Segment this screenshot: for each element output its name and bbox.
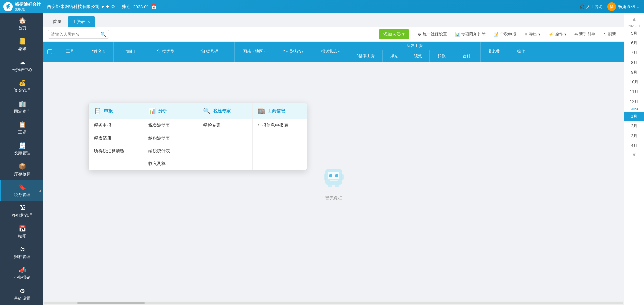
popup-item-tax-declare[interactable]: 税务申报 <box>89 119 143 132</box>
th-checkbox[interactable] <box>43 42 56 62</box>
add-company-icon[interactable]: + <box>106 4 109 10</box>
service-button[interactable]: 🎧 人工咨询 <box>580 4 602 10</box>
popup-item-tax-fluctuation[interactable]: 纳税波动表 <box>143 132 197 145</box>
popup-item-expert[interactable]: 税检专家 <box>198 119 252 132</box>
close-period-icon: 📅 <box>18 225 26 232</box>
search-input[interactable] <box>51 32 98 37</box>
search-box[interactable]: 🔍 <box>48 30 109 39</box>
tab-home[interactable]: 首页 <box>48 16 66 27</box>
analysis-header-label: 分析 <box>158 108 167 114</box>
th-deduction: 扣款 <box>430 50 453 62</box>
cal-month-8[interactable]: 8月 <box>624 58 644 68</box>
tab-close-icon[interactable]: ✕ <box>87 20 90 24</box>
sidebar-label-invoice: 发票管理 <box>14 150 30 156</box>
empty-text: 暂无数据 <box>325 195 342 201</box>
popup-item-tax-stats[interactable]: 纳税统计表 <box>143 145 197 157</box>
sidebar-item-funds[interactable]: 💰 资金管理 <box>0 76 43 97</box>
cal-nav-up[interactable]: ▲ <box>624 15 644 24</box>
sidebar-label-close: 结账 <box>18 233 26 239</box>
scrollbar-track[interactable] <box>44 302 623 304</box>
tax-declare-button[interactable]: 📝 个税申报 <box>491 30 519 38</box>
cal-nav-down[interactable]: ▼ <box>624 151 644 159</box>
settings-nav-icon: ⚙ <box>20 287 25 295</box>
popup-header-declare: 📋 申报 <box>89 103 143 119</box>
popup-header-biz: 🏬 工商信息 <box>253 103 307 119</box>
cal-month-5[interactable]: 5月 <box>624 29 644 38</box>
ledger-icon: 📒 <box>18 38 26 45</box>
empty-state: 暂无数据 <box>43 62 624 301</box>
cal-month-12[interactable]: 12月 <box>624 97 644 107</box>
cal-month-4[interactable]: 4月 <box>624 141 644 151</box>
user-menu[interactable]: 畅 畅捷通8组… <box>607 2 641 11</box>
add-btn-dropdown-icon: ▾ <box>402 32 405 37</box>
special-icon: 📊 <box>455 32 460 37</box>
company-name: 西安虾米网络科技有限公司 <box>47 4 100 10</box>
sidebar-item-marketing[interactable]: 📣 小畅报销 <box>0 263 43 284</box>
th-allowance: 津贴 <box>383 50 406 62</box>
select-all-checkbox[interactable] <box>47 49 52 54</box>
sidebar-item-settings[interactable]: ⚙ 基础设置 <box>0 284 43 305</box>
h-scrollbar[interactable] <box>43 301 624 305</box>
sidebar-item-ledger[interactable]: 📒 总账 <box>0 34 43 55</box>
period-value: 2023-01 <box>133 4 149 9</box>
refresh-button[interactable]: ↻ 刷新 <box>601 30 619 38</box>
toolbar: 🔍 添加人员 ▾ ⚙ 统一社保设置 📊 专项附加扣除 📝 个税申报 ⬇ <box>43 27 624 42</box>
popup-columns: 📋 申报 税务申报 税表清册 所得税汇算清缴 📊 分析 税负波动表 <box>89 103 307 170</box>
report-filter-icon[interactable]: ▾ <box>338 50 340 53</box>
cal-month-9[interactable]: 9月 <box>624 68 644 77</box>
guide-btn-icon: ◎ <box>574 32 578 37</box>
refresh-icon: ↻ <box>603 32 607 37</box>
company-selector[interactable]: 西安虾米网络科技有限公司 ▾ + ⚙ <box>47 4 115 10</box>
sidebar-item-payroll[interactable]: 📋 工资 <box>0 118 43 139</box>
expert-header-icon: 🔍 <box>203 107 211 115</box>
tab-payroll[interactable]: 工资表 ✕ <box>68 16 95 27</box>
service-label: 人工咨询 <box>586 4 602 10</box>
cal-month-3[interactable]: 3月 <box>624 131 644 141</box>
cal-month-6[interactable]: 6月 <box>624 38 644 48</box>
cal-month-1[interactable]: 1月 <box>624 112 644 121</box>
scrollbar-thumb[interactable] <box>77 302 145 304</box>
biz-header-label: 工商信息 <box>268 108 285 114</box>
add-person-label: 添加人员 <box>383 31 401 37</box>
guide-button[interactable]: ◎ 新手引导 <box>572 30 598 38</box>
name-sort-icon[interactable]: ⇅ <box>102 50 105 53</box>
cal-month-7[interactable]: 7月 <box>624 48 644 58</box>
th-id-type: *证据类型 <box>147 42 184 62</box>
popup-item-tax-schedule[interactable]: 税表清册 <box>89 132 143 145</box>
cal-month-10[interactable]: 10月 <box>624 77 644 87</box>
add-person-button[interactable]: 添加人员 ▾ <box>379 29 409 39</box>
sidebar-item-multiorg[interactable]: 🏗 多机构管理 <box>0 201 43 222</box>
sidebar-item-home[interactable]: 🏠 首页 <box>0 13 43 34</box>
settings-icon[interactable]: ⚙ <box>111 4 115 9</box>
period-selector[interactable]: 账期 2023-01 📅 <box>122 4 157 10</box>
th-report-status: 报送状态 ▾ <box>312 42 349 62</box>
sidebar-item-close[interactable]: 📅 结账 <box>0 222 43 242</box>
marketing-icon: 📣 <box>18 266 26 274</box>
sidebar-item-cloud[interactable]: ☁ 云报表中心 <box>0 55 43 76</box>
popup-item-tax-burden[interactable]: 税负波动表 <box>143 119 197 132</box>
popup-item-annual-report[interactable]: 年报信息申报表 <box>253 119 307 132</box>
th-dept: *部门 <box>114 42 147 62</box>
calendar-icon[interactable]: 📅 <box>151 4 157 9</box>
popup-item-annual-tax[interactable]: 所得税汇算清缴 <box>89 145 143 157</box>
sidebar-item-assets[interactable]: 🏢 固定资产 <box>0 97 43 118</box>
cal-month-11[interactable]: 11月 <box>624 87 644 97</box>
wage-group-cells: *基本工资 津贴 绩效 扣款 合计 <box>349 50 480 62</box>
sidebar-item-inventory[interactable]: 📦 库存核算 <box>0 159 43 180</box>
export-button[interactable]: ⬇ 导出 ▾ <box>522 30 543 38</box>
tab-bar: 首页 工资表 ✕ <box>43 13 624 27</box>
operation-button[interactable]: ⚡ 操作 ▾ <box>546 30 569 38</box>
cal-month-2[interactable]: 2月 <box>624 121 644 131</box>
export-icon: ⬇ <box>524 32 528 37</box>
sidebar-item-tax[interactable]: 🔖 税务管理 ◀ <box>0 180 43 201</box>
status-filter-icon[interactable]: ▾ <box>302 50 303 53</box>
sidebar-item-archive[interactable]: 🗂 归档管理 <box>0 242 43 263</box>
top-bar: 畅 畅捷通好会计 旗舰版 西安虾米网络科技有限公司 ▾ + ⚙ 账期 2023-… <box>0 0 644 13</box>
sidebar-item-invoice[interactable]: 🧾 发票管理 <box>0 139 43 159</box>
company-dropdown-icon[interactable]: ▾ <box>102 4 104 9</box>
th-performance: 绩效 <box>406 50 430 62</box>
sidebar-label-funds: 资金管理 <box>14 88 30 93</box>
social-insurance-button[interactable]: ⚙ 统一社保设置 <box>415 30 450 38</box>
popup-item-income-calc[interactable]: 收入测算 <box>143 157 197 170</box>
special-deduction-button[interactable]: 📊 专项附加扣除 <box>452 30 488 38</box>
